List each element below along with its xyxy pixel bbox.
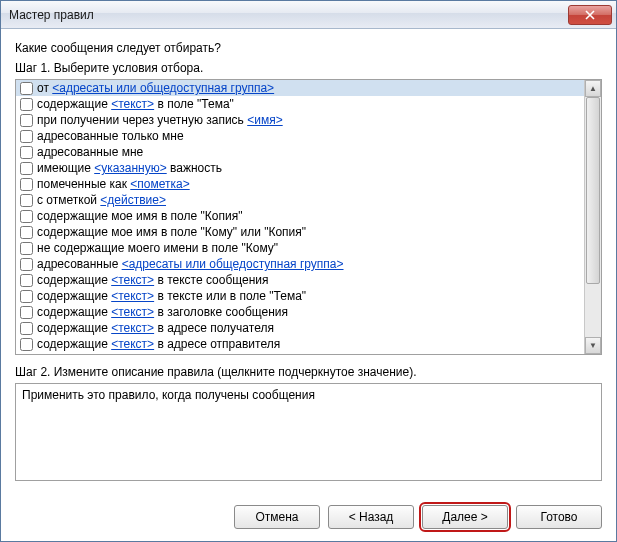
condition-text: помеченные как <пометка>	[37, 176, 190, 192]
condition-checkbox[interactable]	[20, 226, 33, 239]
condition-link[interactable]: <указанную>	[94, 161, 167, 175]
condition-text: содержащие <текст> в адресе получателя	[37, 320, 274, 336]
condition-row[interactable]: не содержащие моего имени в поле "Кому"	[16, 240, 584, 256]
condition-checkbox[interactable]	[20, 258, 33, 271]
step1-label: Шаг 1. Выберите условия отбора.	[15, 61, 602, 75]
condition-row[interactable]: содержащие <текст> в заголовке сообщения	[16, 304, 584, 320]
condition-link[interactable]: <текст>	[111, 321, 154, 335]
condition-link[interactable]: <имя>	[247, 113, 282, 127]
condition-checkbox[interactable]	[20, 290, 33, 303]
scroll-track[interactable]	[585, 97, 601, 337]
condition-row[interactable]: с отметкой <действие>	[16, 192, 584, 208]
condition-checkbox[interactable]	[20, 338, 33, 351]
condition-link[interactable]: <адресаты или общедоступная группа>	[52, 81, 274, 95]
condition-checkbox[interactable]	[20, 162, 33, 175]
condition-row[interactable]: помеченные как <пометка>	[16, 176, 584, 192]
next-button[interactable]: Далее >	[422, 505, 508, 529]
close-button[interactable]	[568, 5, 612, 25]
titlebar: Мастер правил	[1, 1, 616, 29]
condition-checkbox[interactable]	[20, 130, 33, 143]
question-text: Какие сообщения следует отбирать?	[15, 41, 602, 55]
condition-text: адресованные только мне	[37, 128, 184, 144]
condition-checkbox[interactable]	[20, 354, 33, 355]
condition-link[interactable]: <адресаты или общедоступная группа>	[122, 257, 344, 271]
condition-link[interactable]: <текст>	[111, 305, 154, 319]
condition-row[interactable]: из категории <имя>	[16, 352, 584, 354]
condition-link[interactable]: <действие>	[100, 193, 166, 207]
condition-text: содержащие <текст> в тексте или в поле "…	[37, 288, 306, 304]
rule-description-text: Применить это правило, когда получены со…	[22, 388, 315, 402]
condition-checkbox[interactable]	[20, 98, 33, 111]
condition-checkbox[interactable]	[20, 114, 33, 127]
condition-text: содержащие мое имя в поле "Копия"	[37, 208, 242, 224]
condition-row[interactable]: адресованные <адресаты или общедоступная…	[16, 256, 584, 272]
condition-link[interactable]: <текст>	[111, 97, 154, 111]
condition-link[interactable]: <пометка>	[130, 177, 189, 191]
condition-row[interactable]: содержащие мое имя в поле "Копия"	[16, 208, 584, 224]
condition-checkbox[interactable]	[20, 322, 33, 335]
window-title: Мастер правил	[9, 8, 568, 22]
condition-row[interactable]: содержащие <текст> в тексте или в поле "…	[16, 288, 584, 304]
close-icon	[585, 10, 595, 20]
condition-text: с отметкой <действие>	[37, 192, 166, 208]
condition-text: при получении через учетную запись <имя>	[37, 112, 283, 128]
condition-row[interactable]: адресованные только мне	[16, 128, 584, 144]
condition-text: содержащие <текст> в адресе отправителя	[37, 336, 280, 352]
condition-checkbox[interactable]	[20, 146, 33, 159]
scroll-up-button[interactable]: ▲	[585, 80, 601, 97]
condition-link[interactable]: <текст>	[111, 273, 154, 287]
condition-text: содержащие мое имя в поле "Кому" или "Ко…	[37, 224, 306, 240]
condition-text: из категории <имя>	[37, 352, 146, 354]
condition-checkbox[interactable]	[20, 242, 33, 255]
rules-wizard-window: Мастер правил Какие сообщения следует от…	[0, 0, 617, 542]
step2-label: Шаг 2. Измените описание правила (щелкни…	[15, 365, 602, 379]
condition-text: содержащие <текст> в поле "Тема"	[37, 96, 234, 112]
condition-row[interactable]: содержащие <текст> в адресе отправителя	[16, 336, 584, 352]
condition-link[interactable]: <текст>	[111, 337, 154, 351]
rule-description-box[interactable]: Применить это правило, когда получены со…	[15, 383, 602, 481]
scroll-down-button[interactable]: ▼	[585, 337, 601, 354]
condition-text: адресованные <адресаты или общедоступная…	[37, 256, 344, 272]
condition-text: адресованные мне	[37, 144, 143, 160]
condition-link[interactable]: <имя>	[111, 353, 146, 354]
condition-text: не содержащие моего имени в поле "Кому"	[37, 240, 278, 256]
vertical-scrollbar[interactable]: ▲ ▼	[584, 80, 601, 354]
condition-row[interactable]: имеющие <указанную> важность	[16, 160, 584, 176]
scroll-thumb[interactable]	[586, 97, 600, 284]
condition-checkbox[interactable]	[20, 306, 33, 319]
condition-checkbox[interactable]	[20, 210, 33, 223]
condition-text: содержащие <текст> в тексте сообщения	[37, 272, 269, 288]
condition-row[interactable]: содержащие <текст> в поле "Тема"	[16, 96, 584, 112]
condition-checkbox[interactable]	[20, 194, 33, 207]
condition-text: имеющие <указанную> важность	[37, 160, 222, 176]
condition-row[interactable]: содержащие <текст> в адресе получателя	[16, 320, 584, 336]
condition-checkbox[interactable]	[20, 82, 33, 95]
button-row: Отмена < Назад Далее > Готово	[1, 495, 616, 541]
cancel-button[interactable]: Отмена	[234, 505, 320, 529]
condition-row[interactable]: содержащие мое имя в поле "Кому" или "Ко…	[16, 224, 584, 240]
condition-row[interactable]: при получении через учетную запись <имя>	[16, 112, 584, 128]
conditions-list[interactable]: от <адресаты или общедоступная группа>со…	[16, 80, 584, 354]
finish-button[interactable]: Готово	[516, 505, 602, 529]
condition-checkbox[interactable]	[20, 178, 33, 191]
condition-row[interactable]: адресованные мне	[16, 144, 584, 160]
condition-row[interactable]: от <адресаты или общедоступная группа>	[16, 80, 584, 96]
condition-link[interactable]: <текст>	[111, 289, 154, 303]
dialog-content: Какие сообщения следует отбирать? Шаг 1.…	[1, 29, 616, 495]
back-button[interactable]: < Назад	[328, 505, 414, 529]
condition-text: от <адресаты или общедоступная группа>	[37, 80, 274, 96]
conditions-listbox: от <адресаты или общедоступная группа>со…	[15, 79, 602, 355]
condition-checkbox[interactable]	[20, 274, 33, 287]
condition-text: содержащие <текст> в заголовке сообщения	[37, 304, 288, 320]
condition-row[interactable]: содержащие <текст> в тексте сообщения	[16, 272, 584, 288]
